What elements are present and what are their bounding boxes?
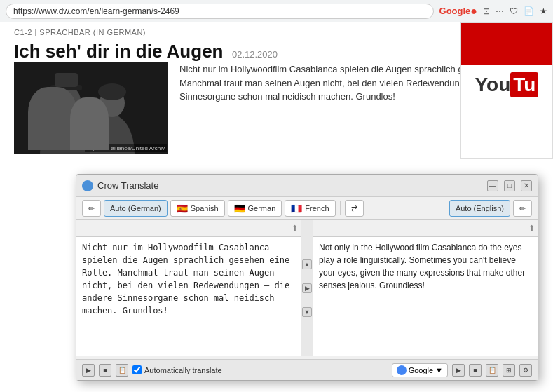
- dialog-footer: ▶ ■ 📋 Automatically translate Google ▼ ▶…: [76, 359, 538, 380]
- bookmark-icon[interactable]: ★: [540, 6, 547, 16]
- auto-translate-checkbox[interactable]: [132, 365, 142, 374]
- auto-translate-label: Automatically translate: [144, 366, 222, 374]
- youtube-tube-text: Tu: [510, 72, 538, 97]
- dialog-toolbar: ✏ Auto (German) 🇪🇸 Spanish 🇩🇪 German 🇫🇷 …: [76, 197, 538, 220]
- auto-german-btn[interactable]: Auto (German): [104, 200, 168, 217]
- svg-rect-0: [14, 62, 168, 154]
- stop-btn-right[interactable]: ■: [469, 364, 482, 377]
- youtube-red-top: [461, 23, 552, 65]
- article-date: 02.12.2020: [232, 49, 278, 60]
- copy-btn-right[interactable]: 📋: [486, 364, 498, 377]
- google-search-label: Google: [409, 366, 433, 374]
- source-pane-toolbar: ⬆: [76, 220, 301, 237]
- auto-translate-checkbox-container[interactable]: Automatically translate: [132, 365, 222, 374]
- google-icon: [397, 365, 407, 375]
- swap-btn[interactable]: ⇄: [345, 200, 364, 217]
- dialog-controls: — □ ✕: [487, 180, 532, 191]
- source-pane-icons: ⬆: [292, 224, 298, 233]
- target-pane-icons: ⬆: [528, 224, 535, 233]
- play-btn-left[interactable]: ▶: [82, 364, 95, 377]
- french-flag: 🇫🇷: [291, 203, 302, 214]
- source-textarea[interactable]: [76, 237, 301, 356]
- copy-btn-left[interactable]: 📋: [116, 364, 128, 377]
- shield-icon[interactable]: 🛡: [510, 6, 518, 16]
- dialog-body: ⬆ ▲ ▶ ▼ ⬆ Not only in the Hollywood film…: [76, 220, 538, 356]
- download-icon[interactable]: 📄: [524, 6, 534, 16]
- stop-btn-left[interactable]: ■: [99, 364, 111, 377]
- minimize-button[interactable]: —: [487, 180, 498, 191]
- edit-icon-btn-right[interactable]: ✏: [513, 200, 532, 217]
- crow-translate-icon: [82, 180, 93, 191]
- article-image: © picture alliance/United Archiv: [14, 62, 168, 154]
- casablanca-svg: [14, 62, 168, 154]
- svg-point-8: [398, 367, 405, 374]
- close-button[interactable]: ✕: [521, 180, 532, 191]
- spanish-flag: 🇪🇸: [177, 203, 188, 214]
- german-flag: 🇩🇪: [234, 203, 245, 214]
- google-icon-svg: [398, 367, 405, 374]
- target-pane: ⬆ Not only in the Hollywood film Casabla…: [313, 220, 538, 356]
- youtube-you-text: You: [475, 74, 511, 96]
- german-label: German: [248, 204, 276, 212]
- scroll-down2-btn[interactable]: ▼: [302, 307, 312, 317]
- toolbar-separator-1: [340, 201, 341, 215]
- scroll-down-btn[interactable]: ▶: [302, 283, 312, 293]
- french-label: French: [305, 204, 329, 212]
- source-copy-icon[interactable]: ⬆: [292, 224, 298, 232]
- expand-btn-right[interactable]: ⊞: [503, 364, 515, 377]
- scroll-up-btn[interactable]: ▲: [302, 259, 312, 269]
- youtube-logo: You Tu: [461, 65, 552, 104]
- browser-icons: ⊡ ⋯ 🛡 📄 ★: [483, 6, 547, 16]
- svg-point-1: [40, 111, 93, 154]
- google-label: Google: [439, 6, 471, 16]
- menu-icon[interactable]: ⋯: [496, 6, 504, 16]
- french-btn[interactable]: 🇫🇷 French: [285, 200, 335, 217]
- browser-toolbar: https://www.dw.com/en/learn-german/s-246…: [0, 0, 553, 22]
- target-pane-toolbar: ⬆: [313, 220, 538, 237]
- maximize-button[interactable]: □: [504, 180, 515, 191]
- edit-icon-btn[interactable]: ✏: [82, 200, 101, 217]
- play-btn-right[interactable]: ▶: [452, 364, 465, 377]
- pane-divider: ▲ ▶ ▼: [301, 220, 313, 356]
- spanish-btn[interactable]: 🇪🇸 Spanish: [170, 200, 225, 217]
- url-bar[interactable]: https://www.dw.com/en/learn-german/s-246…: [6, 4, 434, 19]
- translated-text: Not only in the Hollywood film Casablanc…: [313, 237, 538, 356]
- crow-translate-dialog: Crow Translate — □ ✕ ✏ Auto (German) 🇪🇸 …: [76, 174, 538, 381]
- article-title: Ich seh' dir in die Augen: [14, 41, 223, 62]
- image-caption: © picture alliance/United Archiv: [85, 144, 167, 152]
- auto-english-btn[interactable]: Auto (English): [449, 200, 510, 217]
- casablanca-image: © picture alliance/United Archiv: [14, 62, 168, 154]
- source-pane: ⬆: [76, 220, 301, 356]
- google-dot: ●: [470, 5, 477, 18]
- google-search-btn[interactable]: Google ▼: [392, 363, 448, 377]
- settings-btn-right[interactable]: ⚙: [519, 364, 532, 377]
- spanish-label: Spanish: [191, 204, 219, 212]
- dialog-title-label: Crow Translate: [97, 180, 487, 191]
- german-btn[interactable]: 🇩🇪 German: [228, 200, 282, 217]
- svg-rect-4: [55, 73, 78, 87]
- svg-point-7: [98, 83, 126, 100]
- target-copy-icon[interactable]: ⬆: [528, 224, 535, 232]
- page-icon[interactable]: ⊡: [483, 6, 490, 16]
- dialog-titlebar: Crow Translate — □ ✕: [76, 175, 538, 197]
- google-dropdown-arrow: ▼: [435, 366, 443, 374]
- youtube-banner[interactable]: You Tu: [460, 22, 553, 159]
